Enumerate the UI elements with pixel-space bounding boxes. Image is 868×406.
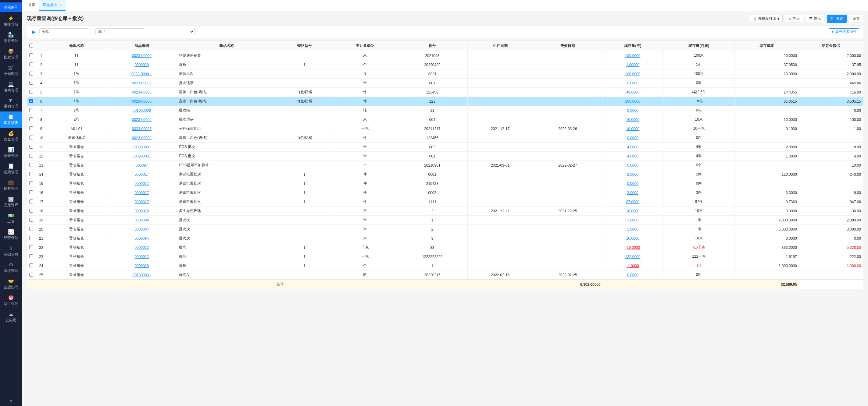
filter-expand-arrow[interactable]: ▶ [31,29,37,35]
row-qty-main[interactable]: 87.0000 [602,197,663,206]
sidebar-logo[interactable]: 搜索菜单 [0,2,22,12]
row-qty-main[interactable]: 0.0000 [602,106,663,115]
row-check[interactable] [27,216,36,225]
row-qty-main[interactable]: 100.0000 [602,69,663,78]
sidebar-item-purchase-mgmt[interactable]: 🛍 采购管理 [0,95,22,111]
sidebar-item-payroll[interactable]: 💵 工资 [0,210,22,227]
row-qty-main[interactable]: -16.0000 [602,243,663,252]
sidebar-item-retail-mgmt[interactable]: 🏪 零售管理 [0,30,22,46]
row-check[interactable] [27,88,36,97]
row-qty-main[interactable]: 1.00000 [602,60,663,69]
display-btn[interactable]: ☰ 显示 [806,14,825,23]
row-check[interactable] [27,78,36,88]
row-qty-main[interactable]: 2.0000 [602,170,663,179]
row-qty-main[interactable]: 10.0000 [602,124,663,133]
row-check[interactable] [27,97,36,106]
query-btn[interactable]: 🔍 查询 [827,14,847,23]
row-check[interactable] [27,170,36,179]
row-qty-main[interactable]: 0.0000 [602,133,663,142]
row-code[interactable]: 0000084 [106,225,177,234]
row-check[interactable] [27,152,36,161]
tab-home[interactable]: 首页 [24,0,39,11]
select-all-checkbox[interactable] [29,43,33,47]
row-qty-main[interactable]: 1.0000 [602,216,663,225]
row-qty-main[interactable]: -1.0000 [602,261,663,270]
row-code[interactable]: 0000029 [106,261,177,270]
row-check[interactable] [27,51,36,60]
row-qty-main[interactable]: 3.0000 [602,188,663,197]
settings-page-btn[interactable]: 设置 [849,14,863,23]
row-check[interactable] [27,206,36,216]
sidebar-item-basic-info[interactable]: ℹ 基础信息 [0,243,22,260]
row-code[interactable]: 0000084 [106,234,177,243]
row-code[interactable]: 0000078 [106,206,177,216]
row-qty-main[interactable]: 10.0000 [602,115,663,124]
row-qty-main[interactable]: 0.0000 [602,161,663,170]
row-code[interactable]: 0000012 [106,252,177,261]
sidebar-item-sys-mgmt[interactable]: ⚙ 系统管理 [0,260,22,276]
row-code[interactable]: 000900001 [106,142,177,152]
row-qty-main[interactable]: 122.0000 [602,252,663,261]
row-qty-main[interactable]: 0.0000 [602,270,663,280]
product-input[interactable] [95,28,144,35]
print-btn[interactable]: 🖨 按模板打印 ▾ [750,14,783,23]
row-check[interactable] [27,115,36,124]
row-check[interactable] [27,243,36,252]
row-qty-main[interactable]: 1.0000 [602,225,663,234]
row-check[interactable] [27,69,36,78]
row-code[interactable]: 0000012 [106,243,177,252]
sidebar-item-invoice-mgmt[interactable]: 🧾 发票管理 [0,161,22,177]
row-check[interactable] [27,179,36,188]
row-code[interactable]: 0023-00005 [106,115,177,124]
row-check[interactable] [27,252,36,261]
row-code[interactable]: 0023-00008 [106,97,177,106]
row-code[interactable]: 0000084 [106,216,177,225]
row-code[interactable]: 0000029 [106,60,177,69]
row-code[interactable]: 0000017 [106,170,177,179]
sidebar-item-quick-nav[interactable]: ⚡ 快捷导航 [0,13,22,30]
row-qty-main[interactable]: 100.0000 [602,97,663,106]
row-code[interactable]: 0023-00009 [106,51,177,60]
row-code[interactable]: 0023-00005 [106,124,177,133]
close-tab-icon[interactable]: ✕ [59,3,62,7]
tab-inventory-batch[interactable]: 库存批次 ✕ [39,0,66,11]
row-check[interactable] [27,225,36,234]
sidebar-settings[interactable]: ⚙ [0,397,22,406]
row-code[interactable]: 000900001 [106,152,177,161]
sidebar-item-capital-mgmt[interactable]: 💰 资金管理 [0,128,22,144]
row-check[interactable] [27,124,36,133]
sidebar-item-new-guide[interactable]: 🎯 新手引导 [0,293,22,309]
row-code[interactable]: 001000026 [106,106,177,115]
row-code[interactable]: 0000017 [106,179,177,188]
row-qty-main[interactable]: 100.0000 [602,51,663,60]
row-code[interactable]: 0023-00005 [106,88,177,97]
row-qty-main[interactable]: 4.0000 [602,142,663,152]
row-qty-main[interactable]: 0.0000 [602,179,663,188]
row-code[interactable]: 0000017 [106,197,177,206]
export-btn[interactable]: ⬆ 导出 [785,14,803,23]
row-qty-main[interactable]: 10.0000 [602,206,663,216]
row-check[interactable] [27,161,36,170]
sidebar-item-batch-mgmt[interactable]: 📦 批发管理 [0,46,22,62]
row-check[interactable] [27,197,36,206]
sidebar-item-enterprise-coop[interactable]: 🤝 企业协同 [0,276,22,293]
row-code[interactable]: 0000017 [106,188,177,197]
warehouse-input[interactable] [39,28,88,35]
sidebar-item-cloud-app[interactable]: ☁ 云应用 [0,309,22,325]
row-qty-main[interactable]: 4.0000 [602,152,663,161]
row-check[interactable] [27,106,36,115]
row-check[interactable] [27,234,36,243]
sidebar-item-inventory-check[interactable]: 📋 库存核查 [0,111,22,128]
row-code[interactable]: 000097 [106,161,177,170]
row-code[interactable]: 0023-0000... [106,69,177,78]
sidebar-item-operations-mgmt[interactable]: 📈 经营管理 [0,227,22,243]
row-check[interactable] [27,60,36,69]
row-check[interactable] [27,142,36,152]
row-code[interactable]: 001000031 [106,270,177,280]
row-qty-main[interactable]: 10.0000 [602,234,663,243]
category-select[interactable] [152,28,194,35]
row-check[interactable] [27,270,36,280]
sidebar-item-ecom-mgmt[interactable]: 💻 电商管理 [0,79,22,95]
row-qty-main[interactable]: 0.0000 [602,78,663,88]
row-check[interactable] [27,261,36,270]
